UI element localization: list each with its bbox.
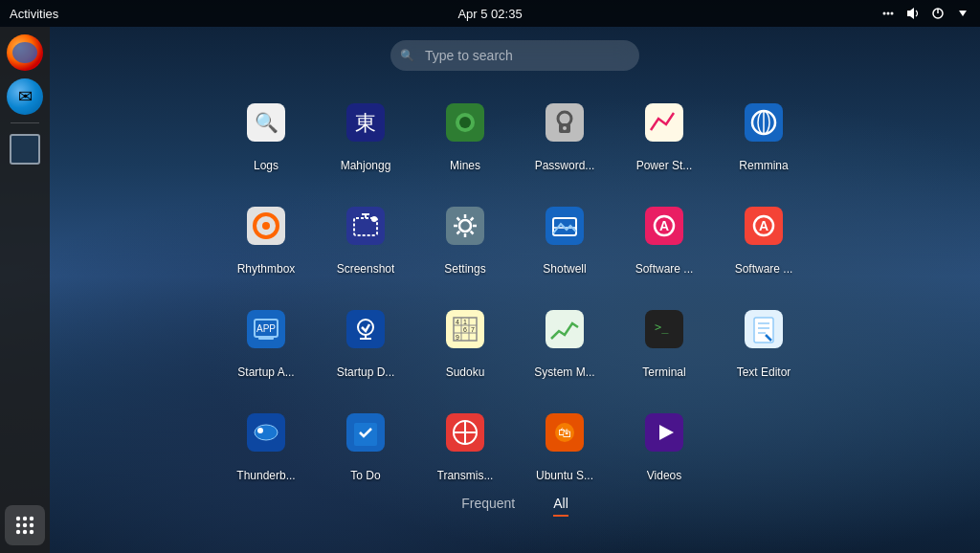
app-item-software1[interactable]: A Software ...	[616, 188, 712, 283]
app-icon-shotwell	[534, 195, 595, 256]
svg-point-11	[30, 523, 33, 527]
svg-point-10	[23, 523, 27, 527]
app-item-remmina[interactable]: Remmina	[716, 84, 812, 180]
app-icon-passwords	[534, 92, 595, 153]
app-item-rhythmbox[interactable]: Rhythmbox	[218, 188, 314, 283]
app-icon-transmission	[434, 402, 496, 463]
app-icon-software1: A	[634, 195, 695, 256]
app-item-todo[interactable]: To Do	[318, 394, 413, 490]
show-applications-button[interactable]	[5, 505, 45, 545]
search-bar-container	[390, 40, 639, 71]
app-grid: 🔍 Logs 東 Mahjongg Mines Password... Powe…	[199, 84, 831, 490]
svg-rect-34	[346, 207, 385, 245]
app-item-sudoku[interactable]: 41769 Sudoku	[417, 291, 513, 387]
app-label-remmina: Remmina	[739, 159, 788, 172]
app-label-logs: Logs	[254, 159, 278, 172]
app-item-powerstat[interactable]: Power St...	[616, 84, 712, 180]
app-icon-startupd	[335, 299, 396, 360]
svg-point-1	[887, 12, 890, 15]
view-tabs: FrequentAll	[461, 496, 568, 517]
svg-point-8	[30, 517, 33, 520]
settings-menu-icon[interactable]	[955, 6, 970, 21]
svg-point-12	[16, 530, 20, 534]
app-item-ubuntu[interactable]: 🛍 Ubuntu S...	[517, 394, 612, 490]
app-item-systemm[interactable]: System M...	[517, 291, 612, 387]
app-item-startupd[interactable]: Startup D...	[318, 291, 413, 387]
dock-item-workspace[interactable]	[5, 129, 45, 169]
power-icon[interactable]	[930, 6, 946, 21]
activities-button[interactable]: Activities	[10, 7, 58, 21]
tab-all[interactable]: All	[553, 496, 568, 517]
search-input[interactable]	[390, 40, 639, 71]
app-item-videos[interactable]: Videos	[616, 394, 712, 490]
app-label-startupd: Startup D...	[337, 365, 395, 379]
app-icon-mines	[434, 92, 496, 153]
app-item-thunderbird[interactable]: Thunderb...	[218, 394, 314, 490]
app-icon-screenshot	[335, 195, 396, 256]
app-icon-remmina	[733, 92, 794, 153]
svg-point-33	[262, 222, 270, 230]
svg-rect-22	[546, 103, 584, 142]
svg-text:🛍: 🛍	[558, 425, 571, 440]
app-item-transmission[interactable]: Transmis...	[417, 394, 513, 490]
svg-text:🔍: 🔍	[255, 111, 278, 134]
workspace-thumbnail	[10, 134, 40, 165]
app-label-shotwell: Shotwell	[543, 262, 586, 276]
tab-frequent[interactable]: Frequent	[461, 496, 515, 517]
app-label-transmission: Transmis...	[437, 469, 494, 482]
svg-text:A: A	[659, 218, 669, 233]
app-item-software2[interactable]: A Software ...	[716, 188, 812, 283]
app-label-terminal: Terminal	[642, 365, 685, 379]
app-label-software1: Software ...	[635, 262, 694, 276]
app-icon-systemm	[534, 299, 595, 360]
app-item-passwords[interactable]: Password...	[517, 84, 612, 180]
svg-text:6: 6	[463, 326, 467, 333]
app-item-texteditor[interactable]: Text Editor	[716, 291, 812, 387]
svg-point-6	[16, 517, 20, 520]
svg-rect-39	[446, 207, 484, 245]
dock-separator	[11, 122, 39, 123]
app-item-terminal[interactable]: >_ Terminal	[616, 291, 712, 387]
panel-left: Activities	[10, 7, 58, 21]
app-icon-terminal: >_	[634, 299, 695, 360]
svg-point-21	[459, 117, 471, 128]
app-grid-area: 🔍 Logs 東 Mahjongg Mines Password... Powe…	[50, 27, 980, 553]
network-icon[interactable]	[880, 6, 896, 21]
svg-text:7: 7	[471, 326, 475, 333]
app-item-screenshot[interactable]: Screenshot	[318, 188, 413, 283]
app-icon-software2: A	[733, 195, 794, 256]
app-icon-todo	[335, 402, 396, 463]
svg-point-9	[16, 523, 20, 527]
app-item-shotwell[interactable]: Shotwell	[517, 188, 612, 283]
app-icon-logs: 🔍	[235, 92, 297, 153]
app-item-mahjongg[interactable]: 東 Mahjongg	[318, 84, 413, 180]
app-label-thunderbird: Thunderb...	[236, 469, 295, 482]
app-item-settings[interactable]: Settings	[417, 188, 513, 283]
app-item-logs[interactable]: 🔍 Logs	[218, 84, 314, 180]
app-icon-texteditor	[733, 299, 794, 360]
app-label-software2: Software ...	[735, 262, 793, 276]
app-label-todo: To Do	[350, 469, 380, 482]
volume-icon[interactable]	[905, 6, 921, 21]
svg-text:4: 4	[456, 319, 459, 325]
panel-clock[interactable]: Apr 5 02:35	[457, 7, 522, 21]
svg-rect-60	[258, 337, 274, 340]
svg-point-14	[30, 530, 33, 534]
svg-point-0	[883, 12, 886, 15]
svg-text:A: A	[759, 218, 768, 233]
svg-rect-77	[546, 310, 584, 348]
svg-marker-5	[959, 11, 967, 16]
svg-point-13	[23, 530, 27, 534]
app-label-systemm: System M...	[534, 365, 594, 379]
app-label-mines: Mines	[450, 159, 480, 172]
app-item-startupa[interactable]: APP Startup A...	[218, 291, 314, 387]
svg-point-7	[23, 517, 27, 520]
top-panel: Activities Apr 5 02:35	[0, 0, 980, 27]
dock-item-thunderbird[interactable]: ✉	[5, 77, 45, 117]
app-item-mines[interactable]: Mines	[417, 84, 513, 180]
app-label-settings: Settings	[444, 262, 485, 276]
dock-item-firefox[interactable]	[5, 33, 45, 73]
app-icon-videos	[634, 402, 695, 463]
app-icon-ubuntu: 🛍	[534, 402, 595, 463]
svg-point-25	[563, 126, 567, 130]
